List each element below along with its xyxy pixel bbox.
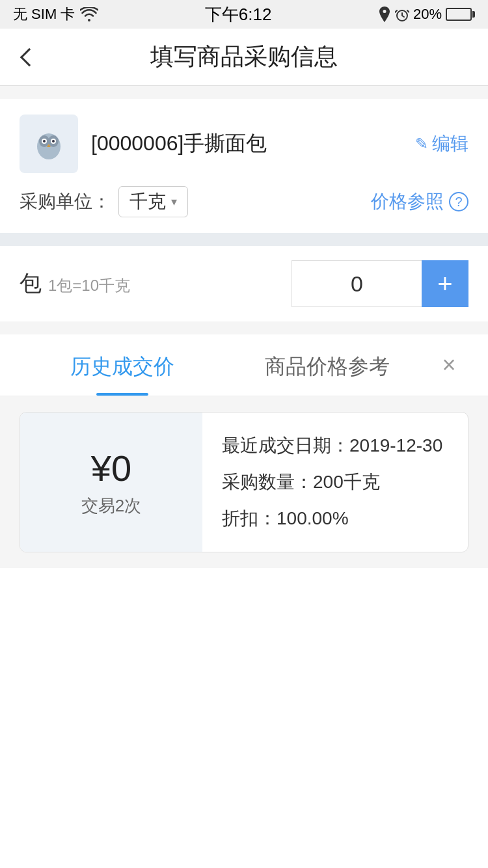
quantity-unit: 包 [20, 269, 42, 299]
quantity-input-group: + [291, 260, 468, 307]
product-left: [0000006]手撕面包 [20, 115, 267, 173]
quantity-detail-value: 200千克 [313, 472, 380, 492]
recent-date-value: 2019-12-30 [349, 435, 442, 455]
quantity-line: 采购数量：200千克 [222, 468, 448, 496]
location-icon [378, 7, 391, 22]
unit-label: 采购单位： [20, 189, 111, 214]
tab-active-indicator [96, 393, 148, 396]
discount-label: 折扣： [222, 508, 277, 528]
tab-product-price-ref[interactable]: 商品价格参考 [224, 334, 429, 396]
battery-icon [446, 8, 475, 21]
bottom-space [0, 568, 488, 868]
tab-price-ref-label: 商品价格参考 [265, 355, 390, 378]
recent-date-line: 最近成交日期：2019-12-30 [222, 432, 448, 459]
history-details-panel: 最近成交日期：2019-12-30 采购数量：200千克 折扣：100.00% [202, 413, 468, 552]
edit-icon: ✎ [415, 135, 428, 153]
product-unit-row: 采购单位： 千克 ▾ 价格参照 ? [20, 186, 468, 217]
product-image-icon [29, 124, 68, 163]
info-icon: ? [449, 192, 468, 211]
tab-history-price[interactable]: 历史成交价 [20, 334, 224, 396]
product-header: [0000006]手撕面包 ✎ 编辑 [20, 115, 468, 173]
edit-button[interactable]: ✎ 编辑 [415, 131, 468, 156]
quantity-label: 包 1包=10千克 [20, 269, 130, 299]
tab-close-button[interactable]: × [429, 346, 468, 385]
alarm-icon [395, 7, 409, 21]
price-reference-button[interactable]: 价格参照 ? [371, 189, 468, 214]
status-time: 下午6:12 [205, 3, 272, 26]
sim-label: 无 SIM 卡 [13, 5, 75, 24]
unit-select[interactable]: 千克 ▾ [118, 186, 188, 217]
product-thumbnail [20, 115, 78, 173]
section-divider [0, 233, 488, 246]
tabs-bar: 历史成交价 商品价格参考 × [0, 334, 488, 396]
quantity-input[interactable] [291, 260, 422, 307]
status-bar: 无 SIM 卡 下午6:12 20% [0, 0, 488, 29]
price-ref-label: 价格参照 [371, 189, 444, 214]
quantity-plus-button[interactable]: + [422, 260, 468, 307]
page-title: 填写商品采购信息 [150, 41, 338, 73]
edit-label: 编辑 [432, 131, 468, 156]
wifi-icon [80, 7, 98, 21]
quantity-conversion: 1包=10千克 [48, 275, 130, 296]
battery-percent: 20% [413, 6, 442, 23]
discount-line: 折扣：100.00% [222, 505, 448, 532]
close-icon: × [442, 351, 455, 379]
recent-date-label: 最近成交日期： [222, 435, 349, 455]
unit-value: 千克 [129, 189, 166, 214]
svg-point-6 [43, 140, 46, 142]
history-price-panel: ¥0 交易2次 [20, 413, 202, 552]
back-arrow-icon [20, 47, 38, 66]
discount-value: 100.00% [277, 508, 349, 528]
history-transaction-count: 交易2次 [81, 495, 141, 517]
back-button[interactable] [0, 29, 52, 86]
svg-point-7 [52, 140, 55, 142]
status-left: 无 SIM 卡 [13, 5, 98, 24]
tab-history-label: 历史成交价 [70, 355, 174, 378]
quantity-detail-label: 采购数量： [222, 472, 313, 492]
status-right: 20% [378, 6, 475, 23]
dropdown-arrow-icon: ▾ [171, 195, 177, 209]
history-card: ¥0 交易2次 最近成交日期：2019-12-30 采购数量：200千克 折扣：… [20, 412, 468, 552]
history-section: ¥0 交易2次 最近成交日期：2019-12-30 采购数量：200千克 折扣：… [0, 396, 488, 568]
product-name: [0000006]手撕面包 [91, 129, 267, 158]
history-price-value: ¥0 [91, 447, 131, 489]
quantity-row: 包 1包=10千克 + [0, 246, 488, 321]
product-card: [0000006]手撕面包 ✎ 编辑 采购单位： 千克 ▾ 价格参照 ? [0, 99, 488, 233]
unit-row: 采购单位： 千克 ▾ [20, 186, 188, 217]
top-nav: 填写商品采购信息 [0, 29, 488, 86]
